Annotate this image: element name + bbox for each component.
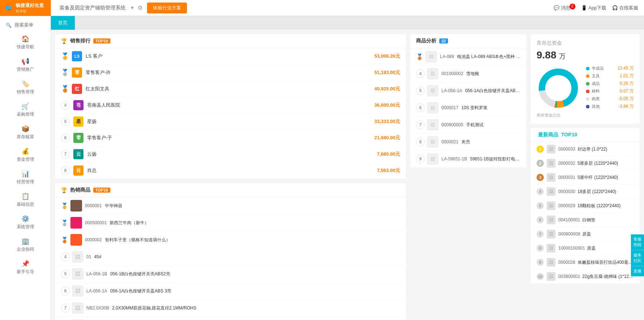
customer-name: 星扬 <box>87 118 374 125</box>
hot-rank-num: 6 <box>61 287 70 295</box>
customer-top10-badge: TOP10 <box>93 38 110 44</box>
pr-code: 000800005 <box>441 122 463 127</box>
newest-name: 22g鱼豆腐-烧烤味 (1*12*20) <box>582 274 634 280</box>
legend-dot <box>586 90 590 93</box>
sidebar-item-purchase[interactable]: 🛒 采购管理 <box>0 99 50 121</box>
product-ranking-item: 9 🖼 LA-59651-1B 59651-1B旋转投影灯电池盒 ABS黑色+5… <box>410 151 526 168</box>
system-name[interactable]: 装备及固定资产辅助管理系统 <box>57 5 129 11</box>
sidebar-item-sales[interactable]: 🏷️ 销售管理 <box>0 76 50 99</box>
pr-name: 手机测试 <box>466 122 521 128</box>
message-item[interactable]: 💬 消息 6 <box>554 5 575 11</box>
finance-icon: 💰 <box>21 147 29 155</box>
marketing-icon: 📢 <box>21 57 29 65</box>
experience-button[interactable]: 体验行业方案 <box>147 3 187 13</box>
sidebar-item-system[interactable]: ⚙️ 系统管理 <box>0 211 50 234</box>
product-thumb: 🖼 <box>72 268 83 280</box>
customer-name: 苍南县人民医院 <box>87 102 374 108</box>
main-layout: 🔍 搜索菜单 🏠 快捷导航📢 营销推广🏷️ 销售管理🛒 采购管理📦 库存核算💰 … <box>0 16 644 320</box>
sales-label: 销售管理 <box>17 89 34 95</box>
pr-thumb: 🖼 <box>427 68 439 79</box>
pr-thumb: 🖼 <box>425 51 437 62</box>
dropdown-arrow-icon[interactable]: ▼ <box>130 5 135 11</box>
newest-thumb: 🖼 <box>547 216 555 224</box>
sidebar-item-finance[interactable]: 💰 资金管理 <box>0 144 50 166</box>
page-content: 🏆 销售排行 TOP10 🥇 LS LS 客户 53,006.26元 🥈 零 零… <box>51 30 644 320</box>
enterprise-icon: 🏢 <box>21 237 29 245</box>
rank-num: 7 <box>61 150 70 159</box>
online-service-item[interactable]: 🎧 在线客服 <box>612 5 638 11</box>
newest-rank: 9 <box>537 259 544 266</box>
customer-name: 零售客户-许 <box>86 69 374 76</box>
legend-value: -3.86 万 <box>618 103 634 110</box>
rank-avatar: 星 <box>73 116 83 127</box>
operation-label: 经营管理 <box>17 179 34 185</box>
left-panel: 🏆 销售排行 TOP10 🥇 LS LS 客户 53,006.26元 🥈 零 零… <box>55 34 406 320</box>
newest-code: 0000033 <box>558 147 575 152</box>
inventory-label: 库存核算 <box>17 134 34 140</box>
sidebar-item-marketing[interactable]: 📢 营销推广 <box>0 54 50 76</box>
pr-thumb: 🖼 <box>427 85 439 97</box>
hot-product-item: 5🖼 LA-056-1B 056-1B白色按键开关壳ABS2壳 <box>55 266 406 283</box>
finance-label: 资金管理 <box>17 156 34 163</box>
inventory-amount-display: 9.88 万 <box>537 49 634 61</box>
pr-rank-num: 4 <box>416 69 425 78</box>
brand-name: 畅捷通好生意 <box>16 2 44 9</box>
newest-rank: 7 <box>537 230 544 238</box>
product-ranking-item: 6 🖼 0000017 10S 变料罗浆 <box>410 99 526 116</box>
legend-item: 其他 -3.86 万 <box>586 103 634 110</box>
legend-dot <box>586 82 590 86</box>
sidebar-item-inventory[interactable]: 📦 库存核算 <box>0 121 50 144</box>
system-label: 系统管理 <box>17 224 34 230</box>
rank-num: 6 <box>61 134 70 142</box>
hot-product-item: 4🖼 01 45# <box>55 249 406 266</box>
quick-nav-label: 快捷导航 <box>17 44 34 50</box>
content-area: 首页 🏆 销售排行 TOP10 🥇 LS LS 客户 53,006.26元 🥈 … <box>51 16 644 320</box>
product-ranking-item: 🥉 🖼 LA-089 电池盖 LA-089 ABS本色+黑种 7.1克 <box>410 48 526 65</box>
header-right: 💬 消息 6 📱 App下载 🎧 在线客服 <box>554 5 638 11</box>
newest-code: 0000032 <box>558 161 575 166</box>
pr-rank-num: 9 <box>416 155 425 163</box>
legend-label: 其他 <box>592 104 600 109</box>
newest-product-item: 8 🖼 10000100001 原盖 <box>531 241 640 255</box>
legend-value: 0.25 万 <box>620 81 634 87</box>
hot-product-item: 🥉 0000002 智利车子里（规格不知道填什么） <box>55 231 406 249</box>
search-menu-item[interactable]: 🔍 搜索菜单 <box>0 19 50 31</box>
sidebar-item-basic[interactable]: 📋 基础信息 <box>0 189 50 211</box>
newest-top10-badge: TOP10 <box>561 132 577 138</box>
float-button[interactable]: 服务 社区 <box>631 250 644 266</box>
newest-products-header: 最新商品 TOP10 <box>531 128 640 142</box>
inventory-chart-title: 库存资金占比 <box>537 112 634 118</box>
gear-icon[interactable]: ⚙ <box>138 4 143 11</box>
float-button[interactable]: 客服 热线 <box>631 234 644 250</box>
float-button[interactable]: 直播 <box>631 266 644 276</box>
rank-avatar: 零 <box>72 67 82 78</box>
pr-name: 雪地靴 <box>466 71 521 77</box>
online-service-label: 在线客服 <box>619 5 638 11</box>
ranking-item: 🥈 零 零售客户-许 51,183.00元 <box>55 65 406 81</box>
sidebar-item-guide[interactable]: 📌 新手引导 <box>0 256 50 279</box>
rank-avatar: 肖 <box>73 165 83 176</box>
sidebar-item-quick-nav[interactable]: 🏠 快捷导航 <box>0 31 50 54</box>
rank-num: 5 <box>61 117 70 126</box>
system-icon: ⚙️ <box>21 215 29 223</box>
hot-rank-num: 7 <box>61 304 70 312</box>
product-ranking-list: 🥉 🖼 LA-089 电池盖 LA-089 ABS本色+黑种 7.1克4 🖼 0… <box>410 48 526 168</box>
inventory-title: 库存总资金 <box>537 40 634 46</box>
hot-products-header: 🏆 热销商品 TOP10 <box>55 183 406 197</box>
customer-amount: 40,925.00元 <box>374 86 400 92</box>
newest-name: 体嫩荔枝味苏打饮品400毫升 (1*15) <box>578 259 634 266</box>
product-thumb: 🖼 <box>72 302 83 314</box>
sidebar-item-operation[interactable]: 📊 经营管理 <box>0 166 50 189</box>
tab-home[interactable]: 首页 <box>51 16 75 30</box>
product-name: 2.0X30MM双搓花轴,搓花直径2.1MM/ROHS <box>112 305 400 311</box>
legend-item: 半成品 12.45 万 <box>586 65 634 71</box>
ranking-item: 6 零 零售客户-于 21,680.00元 <box>55 130 406 146</box>
legend-value: -0.05 万 <box>618 96 634 102</box>
middle-panel: 商品分析 22 🥉 🖼 LA-089 电池盖 LA-089 ABS本色+黑种 7… <box>410 34 526 320</box>
search-menu-label: 搜索菜单 <box>15 22 33 28</box>
newest-name: 原盖 <box>582 231 634 237</box>
app-download-item[interactable]: 📱 App下载 <box>581 5 606 11</box>
sidebar-item-enterprise[interactable]: 🏢 企业协同 <box>0 234 50 256</box>
newest-thumb: 🖼 <box>547 173 555 182</box>
product-thumb: 🖼 <box>72 285 83 297</box>
